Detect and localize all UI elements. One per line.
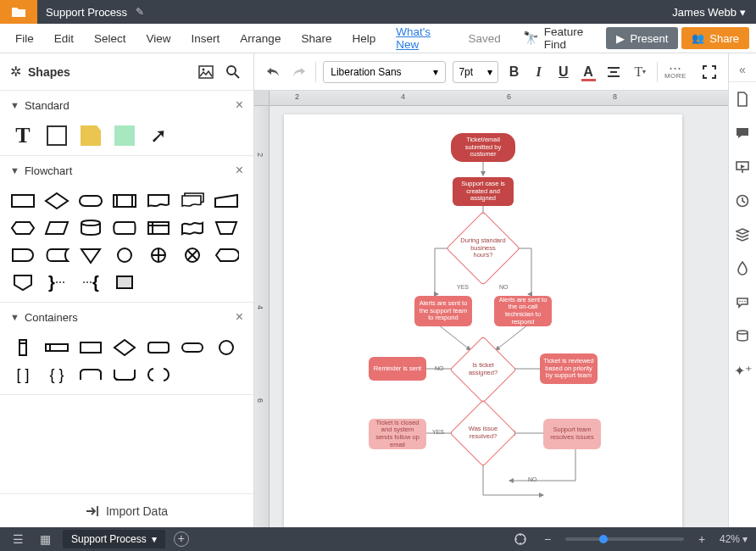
canvas[interactable]: 2 4 6 8 2 4 6 — [254, 91, 728, 527]
feature-find[interactable]: 🔭 Feature Find — [516, 23, 603, 53]
node-reminder[interactable]: Reminder is sent — [369, 357, 426, 381]
shape-manual-input[interactable] — [214, 192, 239, 210]
close-icon[interactable]: × — [236, 97, 243, 113]
shape-decision[interactable] — [44, 192, 69, 210]
node-close-ticket[interactable]: Ticket is closed and system sends follow… — [369, 419, 426, 449]
dock-present-icon[interactable] — [729, 150, 757, 184]
node-assigned[interactable]: Is ticket assigned? — [459, 346, 507, 393]
zoom-level[interactable]: 42%▾ — [720, 533, 748, 545]
menu-help[interactable]: Help — [343, 30, 384, 47]
dock-data-icon[interactable] — [729, 320, 757, 353]
dock-history-icon[interactable] — [729, 184, 757, 218]
zoom-out-button[interactable]: − — [538, 532, 557, 546]
dock-paint-icon[interactable] — [729, 252, 757, 286]
shape-container-rounded[interactable] — [146, 338, 171, 357]
shape-predefined[interactable] — [112, 192, 137, 210]
shape-container-circle[interactable] — [214, 338, 239, 357]
zoom-in-button[interactable]: + — [692, 532, 711, 546]
font-family-select[interactable]: Liberation Sans▾ — [323, 61, 446, 83]
category-containers-header[interactable]: ▼ Containers × — [0, 303, 253, 331]
menu-file[interactable]: File — [7, 30, 42, 47]
shape-data[interactable] — [44, 219, 69, 237]
menu-arrange[interactable]: Arrange — [231, 30, 289, 47]
bold-button[interactable]: B — [505, 64, 523, 80]
shape-database[interactable] — [78, 219, 103, 237]
node-resolved[interactable]: Was issue resolved? — [459, 409, 507, 457]
shape-sum[interactable] — [180, 246, 205, 264]
italic-button[interactable]: I — [530, 64, 548, 80]
shape-hotspot[interactable] — [112, 126, 137, 145]
shape-process[interactable] — [10, 192, 36, 210]
node-resolve-issues[interactable]: Support team resolves issues — [543, 419, 601, 449]
page-tab[interactable]: Support Process▾ — [63, 530, 165, 548]
shape-manual-op[interactable] — [214, 219, 239, 237]
shape-swimlane-v[interactable] — [10, 338, 36, 357]
shape-brace-curly[interactable]: { } — [44, 365, 69, 384]
gear-icon[interactable]: ✲ — [10, 64, 21, 80]
zoom-target-button[interactable] — [511, 532, 530, 546]
menu-view[interactable]: View — [138, 30, 180, 47]
font-size-select[interactable]: 7pt▾ — [453, 61, 498, 83]
align-button[interactable] — [604, 62, 624, 82]
shape-connector[interactable] — [112, 246, 137, 264]
shape-merge[interactable] — [78, 246, 103, 264]
dock-page-icon[interactable] — [729, 82, 757, 116]
menu-whats-new[interactable]: What's New — [387, 23, 456, 53]
pencil-icon[interactable]: ✎ — [136, 6, 144, 18]
shape-or[interactable] — [146, 246, 171, 264]
outline-view-button[interactable]: ☰ — [8, 532, 27, 546]
node-alert-oncall[interactable]: Alerts are sent to the on-call technicia… — [494, 296, 552, 326]
shape-container-diamond[interactable] — [112, 338, 137, 357]
category-flowchart-header[interactable]: ▼ Flowchart × — [0, 156, 253, 185]
underline-button[interactable]: U — [554, 64, 572, 80]
undo-button[interactable] — [263, 62, 282, 82]
present-button[interactable]: ▶Present — [606, 27, 678, 49]
close-icon[interactable]: × — [236, 163, 243, 178]
shape-pill-open-t[interactable] — [78, 365, 103, 384]
shape-direct-data[interactable] — [112, 219, 137, 237]
import-data-button[interactable]: Import Data — [0, 493, 253, 527]
category-standard-header[interactable]: ▼ Standard × — [0, 91, 253, 120]
user-menu[interactable]: James Webb▾ — [662, 6, 756, 19]
shape-terminator[interactable] — [78, 192, 103, 210]
shape-note-block[interactable] — [112, 273, 137, 292]
zoom-slider[interactable] — [565, 537, 684, 541]
fullscreen-button[interactable] — [700, 62, 720, 82]
dock-layers-icon[interactable] — [729, 218, 757, 252]
menu-insert[interactable]: Insert — [183, 30, 229, 47]
shape-container-pill[interactable] — [180, 338, 205, 357]
shape-note[interactable] — [78, 126, 103, 145]
shape-stored-data[interactable] — [44, 246, 69, 264]
collapse-dock-button[interactable]: « — [729, 57, 756, 82]
shape-display[interactable] — [214, 246, 239, 264]
shape-pill-open-b[interactable] — [112, 365, 137, 384]
dock-comment-icon[interactable] — [729, 116, 757, 150]
text-color-button[interactable]: A — [580, 64, 598, 80]
image-icon[interactable] — [196, 62, 216, 82]
shape-pill-open-lr[interactable] — [146, 365, 171, 384]
shape-internal-storage[interactable] — [146, 219, 171, 237]
share-button[interactable]: 👥Share — [681, 27, 749, 49]
document-title[interactable]: Support Process — [37, 6, 136, 19]
shape-preparation[interactable] — [10, 219, 36, 237]
page[interactable]: Ticket/email submitted by customer Suppo… — [284, 114, 682, 527]
dock-sparkle-icon[interactable]: ✦⁺ — [729, 353, 757, 387]
shape-swimlane-h[interactable] — [44, 338, 69, 357]
node-start[interactable]: Ticket/email submitted by customer — [451, 133, 515, 162]
folder-button[interactable] — [0, 0, 37, 24]
shape-papertape[interactable] — [180, 219, 205, 237]
node-create-case[interactable]: Support case is created and assigned — [453, 177, 514, 206]
add-page-button[interactable]: + — [174, 532, 189, 547]
shape-delay[interactable] — [10, 246, 36, 264]
dock-chat-icon[interactable] — [729, 286, 757, 320]
close-icon[interactable]: × — [236, 309, 243, 325]
shape-brace-right[interactable]: }⋯ — [44, 273, 69, 292]
redo-button[interactable] — [289, 62, 309, 82]
shape-container-rect[interactable] — [78, 338, 103, 357]
shape-line[interactable]: ➚ — [146, 126, 171, 145]
node-business-hours[interactable]: During standard business hours? — [457, 222, 509, 275]
search-icon[interactable] — [223, 62, 243, 82]
text-style-button[interactable]: T▾ — [631, 62, 650, 82]
node-alert-team[interactable]: Alerts are sent to the support team to r… — [414, 296, 472, 326]
more-button[interactable]: ⋯MORE — [664, 64, 687, 80]
